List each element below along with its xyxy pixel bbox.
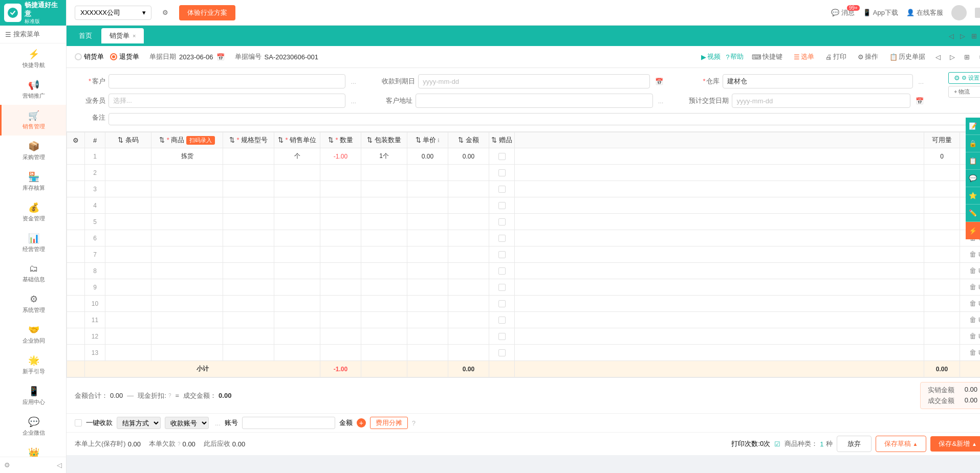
customer-addr-input[interactable] <box>416 94 652 108</box>
message-icon-item[interactable]: 💬 消息 99+ <box>831 8 855 17</box>
td-qty-1[interactable]: -1.00 <box>320 148 361 165</box>
td-gift-2[interactable] <box>489 165 515 181</box>
save-new-button[interactable]: 保存&新增 ▲ <box>930 436 980 452</box>
radio-return[interactable]: 退货单 <box>110 52 139 61</box>
sidebar-item-member[interactable]: 👑 畅会员 <box>0 442 66 457</box>
tab-nav-left[interactable]: ◁ <box>947 31 956 41</box>
price-info-icon[interactable]: ℹ <box>438 138 440 143</box>
sidebar-search[interactable]: ☰ 搜索菜单 <box>0 26 66 43</box>
customer-ellipsis[interactable]: ... <box>351 78 356 85</box>
salesperson-input[interactable]: 选择... <box>108 94 345 108</box>
radio-sales[interactable]: 销货单 <box>75 52 104 61</box>
expected-date-cal-icon[interactable]: 📅 <box>916 97 924 105</box>
flow-button[interactable]: + 物流 <box>948 86 980 98</box>
sidebar-item-enterprise[interactable]: 🤝 企业协同 <box>0 319 66 350</box>
td-gift-1[interactable] <box>489 148 515 165</box>
nav-next[interactable]: ▷ <box>948 52 957 62</box>
sidebar-settings-icon[interactable]: ⚙ <box>4 461 10 469</box>
ops-link[interactable]: ⚙ 操作 <box>855 51 881 62</box>
account-select[interactable]: 收款账号 <box>165 417 209 429</box>
notes-input[interactable] <box>108 113 980 125</box>
td-price-1[interactable]: 0.00 <box>407 148 448 165</box>
warehouse-input[interactable]: 建材仓 <box>723 74 913 88</box>
company-selector[interactable]: XXXXXX公司 ▾ <box>75 6 151 20</box>
amount-input[interactable] <box>242 417 335 429</box>
td-price-2[interactable] <box>407 165 448 181</box>
this-order-missing-info-icon[interactable]: ? <box>178 441 181 447</box>
view-grid-icon[interactable]: ⊞ <box>962 52 972 62</box>
delete-icon-10[interactable]: 🗑 <box>969 299 976 308</box>
print-link[interactable]: 🖨 打印 <box>822 51 850 62</box>
sidebar-item-marketing[interactable]: 📢 营销推广 <box>0 74 66 105</box>
delete-icon-12[interactable]: 🗑 <box>969 332 976 341</box>
scan-button[interactable]: 扫码录入 <box>186 136 215 145</box>
sidebar-item-sales[interactable]: 🛒 销售管理 <box>0 105 66 136</box>
sort-icon8[interactable]: ⇅ <box>458 136 464 144</box>
header-settings-icon[interactable]: ⚙ <box>158 5 173 20</box>
customer-addr-ellipsis[interactable]: ... <box>658 97 664 105</box>
sidebar-item-shortcut[interactable]: ⚡ 快捷导航 <box>0 43 66 74</box>
user-avatar[interactable] <box>951 5 967 20</box>
settings-button[interactable]: ⚙ ⚙ 设置 <box>948 72 980 84</box>
tab-view-grid[interactable]: ⊞ <box>969 31 979 41</box>
tab-close-icon[interactable]: × <box>133 33 136 39</box>
sidebar-item-finance[interactable]: 💰 资金管理 <box>0 197 66 228</box>
td-goods-2[interactable] <box>151 165 223 181</box>
help-link[interactable]: ? 帮助 <box>726 52 744 61</box>
sort-icon6[interactable]: ⇅ <box>367 136 373 144</box>
sidebar-item-basic[interactable]: 🗂 基础信息 <box>0 258 66 288</box>
ri-item-3[interactable]: 📋 <box>966 152 980 170</box>
sort-icon2[interactable]: ⇅ <box>159 136 165 144</box>
ri-item-orange[interactable]: ⚡ <box>966 222 980 239</box>
td-unit-2[interactable] <box>274 165 320 181</box>
calc-method-select[interactable]: 结算方式 <box>117 417 161 429</box>
th-gear[interactable]: ⚙ <box>67 132 85 148</box>
online-service-item[interactable]: 👤 在线客服 <box>906 8 943 17</box>
nav-prev[interactable]: ◁ <box>933 52 943 62</box>
sidebar-item-business[interactable]: 📊 经营管理 <box>0 228 66 258</box>
sidebar-item-inventory[interactable]: 🏪 库存核算 <box>0 166 66 197</box>
account-ellipsis[interactable]: ... <box>215 419 221 427</box>
one-click-checkbox[interactable] <box>75 419 82 426</box>
expected-date-input[interactable]: yyyy-mm-dd <box>732 94 910 108</box>
sort-icon4[interactable]: ⇅ <box>278 136 284 144</box>
td-spec-1[interactable] <box>223 148 274 165</box>
tab-home[interactable]: 首页 <box>71 28 100 43</box>
td-pkgqty-2[interactable] <box>361 165 407 181</box>
td-barcode-2[interactable] <box>105 165 151 181</box>
sort-icon9[interactable]: ⇅ <box>491 136 497 144</box>
sidebar-collapse-icon[interactable]: ◁ <box>57 461 62 469</box>
warehouse-ellipsis[interactable]: ... <box>918 78 924 85</box>
app-download-item[interactable]: 📱 App下载 <box>863 8 898 17</box>
delete-icon-8[interactable]: 🗑 <box>969 266 976 275</box>
sidebar-item-wechat[interactable]: 💬 企业微信 <box>0 411 66 442</box>
receive-date-input[interactable]: yyyy-mm-dd <box>418 74 650 88</box>
trial-button[interactable]: 体验行业方案 <box>179 5 235 20</box>
sidebar-item-purchase[interactable]: 📦 采购管理 <box>0 136 66 166</box>
shortcut-link[interactable]: ⌨ 快捷键 <box>749 51 786 62</box>
sort-icon7[interactable]: ⇅ <box>416 136 421 144</box>
td-goods-1[interactable]: 拣货 <box>151 148 223 165</box>
delete-icon-9[interactable]: 🗑 <box>969 283 976 291</box>
td-amount-2[interactable] <box>448 165 489 181</box>
select-link[interactable]: ☰ 选单 <box>791 51 817 62</box>
ri-item-6[interactable]: ✏️ <box>966 205 980 222</box>
customer-input[interactable] <box>108 74 345 88</box>
td-qty-2[interactable] <box>320 165 361 181</box>
cash-discount-info-icon[interactable]: ? <box>168 393 171 398</box>
tab-sales-order[interactable]: 销货单 × <box>101 28 144 43</box>
add-payment-button[interactable]: + <box>357 418 366 427</box>
delete-icon-7[interactable]: 🗑 <box>969 250 976 259</box>
td-barcode-1[interactable] <box>105 148 151 165</box>
sort-icon5[interactable]: ⇅ <box>328 136 334 144</box>
ri-item-2[interactable]: 🔒 <box>966 135 980 152</box>
view-list-icon[interactable]: ≡ <box>977 52 980 62</box>
expense-split-button[interactable]: 费用分摊 <box>370 417 408 429</box>
td-pkgqty-1[interactable]: 1个 <box>361 148 407 165</box>
ri-item-1[interactable]: 📝 <box>966 118 980 135</box>
sort-icon3[interactable]: ⇅ <box>229 136 235 144</box>
video-link[interactable]: ▶ 视频 <box>701 52 721 61</box>
sort-icon[interactable]: ⇅ <box>118 136 123 144</box>
expense-help-icon[interactable]: ? <box>412 419 416 427</box>
delete-icon-13[interactable]: 🗑 <box>969 348 976 357</box>
